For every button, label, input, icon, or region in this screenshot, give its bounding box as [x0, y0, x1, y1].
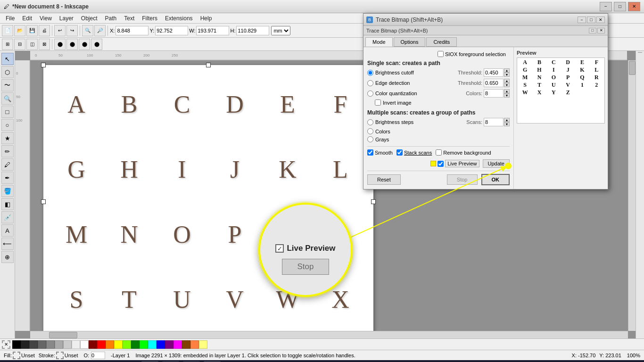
w-input[interactable]	[196, 26, 229, 35]
snap-btn-2[interactable]: ⊟	[14, 39, 25, 50]
menu-extensions[interactable]: Extensions	[161, 14, 197, 23]
scans-input[interactable]	[484, 118, 504, 126]
save-button[interactable]: 💾	[26, 25, 38, 36]
reset-button[interactable]: Reset	[367, 174, 401, 185]
align-center[interactable]: ⬤	[66, 39, 78, 50]
menu-edit[interactable]: Edit	[18, 14, 36, 23]
color-gray5[interactable]	[63, 340, 72, 349]
color-salmon[interactable]	[190, 340, 199, 349]
stop-button[interactable]: Stop	[447, 174, 478, 185]
inner-close[interactable]: ✕	[597, 28, 605, 33]
print-button[interactable]: 🖨	[39, 25, 50, 36]
color-yellow[interactable]	[114, 340, 123, 349]
text-tool[interactable]: A	[1, 224, 14, 237]
pen-tool[interactable]: 🖊	[1, 158, 14, 171]
remove-bg-checkbox[interactable]	[436, 149, 442, 156]
colors-up[interactable]: ▲	[504, 89, 510, 93]
no-color[interactable]: ✕	[2, 340, 10, 349]
vertical-scrollbar[interactable]	[628, 60, 636, 331]
stack-scans-checkbox[interactable]	[396, 149, 403, 156]
color-yellowgreen[interactable]	[123, 340, 131, 349]
siox-checkbox[interactable]	[438, 51, 444, 57]
h-input[interactable]	[236, 26, 269, 35]
smooth-checkbox[interactable]	[367, 149, 373, 156]
live-preview-checkbox[interactable]	[438, 161, 444, 167]
align-right[interactable]: ⬤	[79, 39, 90, 50]
select-tool[interactable]: ↖	[1, 53, 14, 65]
threshold-down-1[interactable]: ▼	[504, 73, 510, 77]
radio-colors-multi[interactable]	[367, 128, 373, 134]
opacity-input[interactable]	[91, 352, 105, 359]
colors-input[interactable]	[484, 89, 504, 98]
zoom-tool[interactable]: 🔍	[1, 92, 14, 105]
color-white[interactable]	[80, 340, 89, 349]
distribute[interactable]: ⬤	[91, 39, 102, 50]
handle-mr[interactable]	[371, 199, 376, 204]
spray-tool[interactable]: ⊕	[1, 251, 14, 263]
threshold-input-2[interactable]	[484, 79, 504, 87]
menu-help[interactable]: Help	[197, 14, 216, 23]
open-button[interactable]: 📂	[14, 25, 25, 36]
zoom-out-button[interactable]: 🔎	[94, 25, 106, 36]
handle-tc[interactable]	[206, 63, 211, 67]
radio-color[interactable]	[367, 90, 373, 97]
dialog-minimize[interactable]: −	[578, 16, 586, 23]
redo-button[interactable]: ↪	[66, 25, 78, 36]
color-red[interactable]	[97, 340, 106, 349]
menu-filters[interactable]: Filters	[138, 14, 161, 23]
colors-down[interactable]: ▼	[504, 93, 510, 98]
tweak-tool[interactable]: 〜	[1, 79, 14, 91]
bucket-tool[interactable]: 🪣	[1, 185, 14, 197]
color-orange[interactable]	[106, 340, 114, 349]
menu-text[interactable]: Text	[120, 14, 138, 23]
horizontal-scrollbar[interactable]	[30, 331, 628, 338]
star-tool[interactable]: ★	[1, 132, 14, 144]
scans-up[interactable]: ▲	[504, 118, 510, 122]
snap-btn-1[interactable]: ⊞	[2, 39, 13, 50]
threshold-up-2[interactable]: ▲	[504, 79, 510, 83]
menu-view[interactable]: View	[36, 14, 56, 23]
update-button[interactable]: Update	[483, 159, 510, 168]
menu-file[interactable]: File	[2, 14, 18, 23]
color-brown[interactable]	[182, 340, 190, 349]
color-purple[interactable]	[165, 340, 173, 349]
mag-stop-button[interactable]: Stop	[282, 259, 330, 275]
mag-live-preview-checkbox[interactable]: ✓	[275, 244, 284, 253]
y-input[interactable]	[155, 26, 188, 35]
ok-button[interactable]: OK	[481, 174, 510, 185]
threshold-down-2[interactable]: ▼	[504, 83, 510, 87]
color-blue[interactable]	[157, 340, 165, 349]
color-green[interactable]	[140, 340, 148, 349]
dialog-close[interactable]: ✕	[596, 16, 605, 23]
menu-path[interactable]: Path	[101, 14, 121, 23]
radio-grays[interactable]	[367, 136, 373, 142]
close-button[interactable]: ✕	[628, 2, 640, 11]
tab-credits[interactable]: Credits	[426, 37, 457, 47]
tab-mode[interactable]: Mode	[365, 37, 393, 47]
fill-color-box[interactable]	[13, 352, 20, 359]
snap-btn-4[interactable]: ⊠	[39, 39, 50, 50]
zoom-in-button[interactable]: 🔍	[82, 25, 93, 36]
menu-layer[interactable]: Layer	[56, 14, 77, 23]
rect-tool[interactable]: □	[1, 106, 14, 118]
x-input[interactable]	[116, 26, 149, 35]
gradient-tool[interactable]: ◧	[1, 198, 14, 210]
circle-tool[interactable]: ○	[1, 119, 14, 131]
invert-checkbox[interactable]	[375, 99, 381, 106]
align-left[interactable]: ⬤	[54, 39, 66, 50]
scans-down[interactable]: ▼	[504, 122, 510, 126]
handle-ml[interactable]	[41, 199, 46, 204]
unit-select[interactable]: mm px pt	[271, 26, 290, 35]
color-gray2[interactable]	[38, 340, 46, 349]
dialog-maximize[interactable]: □	[587, 16, 595, 23]
node-tool[interactable]: ⬡	[1, 66, 14, 78]
tab-options[interactable]: Options	[394, 37, 426, 47]
undo-button[interactable]: ↩	[54, 25, 66, 36]
radio-edge[interactable]	[367, 80, 373, 86]
color-darkgray[interactable]	[21, 340, 29, 349]
color-black[interactable]	[12, 340, 21, 349]
threshold-input-1[interactable]	[484, 68, 504, 77]
eyedropper-tool[interactable]: 💉	[1, 211, 14, 223]
pencil-tool[interactable]: ✏	[1, 145, 14, 157]
color-lightgray[interactable]	[72, 340, 80, 349]
